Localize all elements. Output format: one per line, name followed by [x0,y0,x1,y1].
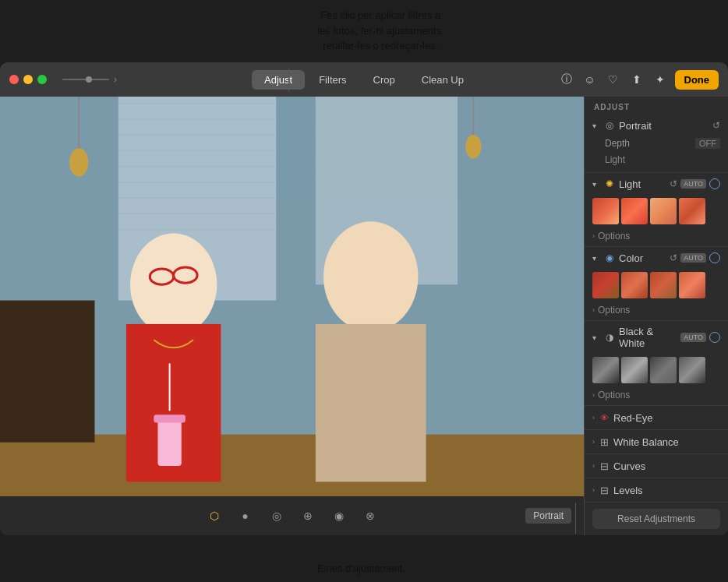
section-header-color[interactable]: ▾ ◉ Color ↺ AUTO [585,247,728,269]
section-header-portrait[interactable]: ▾ ◎ Portrait ↺ [585,115,728,136]
light-thumb-4[interactable] [679,198,705,224]
chevron-light: ▾ [592,180,600,189]
options-label-color: Options [598,305,630,316]
bw-toggle[interactable] [709,332,720,343]
reset-adjustments-button[interactable]: Reset Adjustments [592,509,720,529]
section-light: ▾ ✺ Light ↺ AUTO › [585,173,728,247]
light-options-row[interactable]: › Options [585,229,728,246]
done-button[interactable]: Done [675,70,719,90]
section-white-balance[interactable]: › ⊞ White Balance [585,430,728,454]
annotation-line-top [288,69,289,92]
info-icon[interactable]: ⓘ [558,71,575,88]
portrait-undo[interactable]: ↺ [712,120,720,131]
light-thumb-1[interactable] [592,198,619,224]
svg-rect-32 [0,301,94,443]
bw-auto[interactable]: AUTO [680,333,706,342]
tab-crop[interactable]: Crop [361,70,408,90]
bottom-icon-2[interactable]: ◎ [267,506,286,525]
color-thumb-1[interactable] [592,272,619,298]
close-button[interactable] [9,75,19,84]
portrait-options: Depth OFF Light [585,136,728,172]
more-icon[interactable]: ✦ [652,71,669,88]
depth-value: OFF [695,138,720,149]
maximize-button[interactable] [37,75,47,84]
traffic-lights [9,75,47,84]
color-thumb-3[interactable] [650,272,677,298]
section-header-light[interactable]: ▾ ✺ Light ↺ AUTO [585,173,728,195]
tab-cleanup[interactable]: Clean Up [409,70,476,90]
bottom-icon-4[interactable]: ◉ [330,506,348,525]
tab-bar: Adjust Filters Crop Clean Up [252,70,476,90]
tab-filters[interactable]: Filters [306,70,359,90]
white-balance-label: White Balance [613,436,720,448]
photo-area: ⬡ ● ◎ ⊕ ◉ ⊗ Portrait [0,97,584,535]
bw-options-row[interactable]: › Options [585,388,728,405]
bw-thumb-2[interactable] [621,357,648,383]
section-red-eye[interactable]: › 👁 Red-Eye [585,406,728,430]
color-auto[interactable]: AUTO [680,253,706,263]
share-icon[interactable]: ⬆ [628,71,645,88]
light-icon: ✺ [603,178,616,190]
depth-label: Depth [592,138,695,149]
bottom-icon-0[interactable]: ⬡ [205,506,224,525]
color-thumbs [585,269,728,303]
light-undo[interactable]: ↺ [670,178,677,189]
light-thumb-2[interactable] [621,198,648,224]
svg-rect-28 [154,414,185,422]
levels-label: Levels [613,485,720,496]
bottom-icon-5[interactable]: ⊗ [361,506,380,525]
chevron-color: ▾ [592,254,600,263]
heart-icon[interactable]: ♡ [605,71,622,88]
face-icon[interactable]: ☺ [581,71,599,88]
section-levels[interactable]: › ⊟ Levels [585,478,728,503]
section-header-bw[interactable]: ▾ ◑ Black & White AUTO [585,321,728,354]
color-thumb-2[interactable] [621,272,648,298]
toolbar-right: ⓘ ☺ ♡ ⬆ ✦ Done [558,70,719,90]
photo-svg [0,97,584,496]
bw-thumb-1[interactable] [592,357,619,383]
bw-thumb-3[interactable] [650,357,677,383]
color-toggle[interactable] [709,252,720,263]
titlebar: › Adjust Filters Crop Clean Up ⓘ ☺ ♡ ⬆ ✦… [0,62,728,97]
bw-thumb-4[interactable] [679,357,705,383]
svg-rect-27 [157,418,181,466]
zoom-arrow: › [114,74,117,85]
color-label: Color [619,252,666,264]
color-options-row[interactable]: › Options [585,303,728,320]
options-label-bw: Options [598,390,630,400]
zoom-slider[interactable]: › [62,74,117,85]
color-thumb-4[interactable] [679,272,705,298]
curves-icon: ⊟ [598,460,610,472]
svg-rect-31 [316,324,426,481]
color-undo[interactable]: ↺ [670,252,677,263]
photo-container [0,97,584,496]
depth-row: Depth OFF [592,138,720,149]
photo-bottom-bar: ⬡ ● ◎ ⊕ ◉ ⊗ Portrait [0,496,584,535]
light-thumbs [585,195,728,229]
adjust-panel: ADJUST ▾ ◎ Portrait ↺ Depth OFF [584,97,728,535]
light-label: Light [619,178,666,190]
light-toggle[interactable] [709,178,720,189]
svg-point-23 [465,135,481,158]
bw-icon: ◑ [603,331,616,344]
photo-image [0,97,584,496]
minimize-button[interactable] [23,75,33,84]
red-eye-icon: 👁 [598,411,610,424]
chevron-portrait: ▾ [592,122,600,130]
options-chevron-color: › [592,306,595,314]
light-thumb-3[interactable] [650,198,677,224]
section-portrait: ▾ ◎ Portrait ↺ Depth OFF Light [585,115,728,173]
app-window: › Adjust Filters Crop Clean Up ⓘ ☺ ♡ ⬆ ✦… [0,62,728,535]
svg-point-21 [69,148,88,176]
section-bw: ▾ ◑ Black & White AUTO › Option [585,321,728,406]
bottom-icon-1[interactable]: ● [236,506,255,525]
section-curves[interactable]: › ⊟ Curves [585,454,728,478]
adjust-scroll[interactable]: ▾ ◎ Portrait ↺ Depth OFF Light [585,115,728,503]
bottom-icon-3[interactable]: ⊕ [299,506,317,525]
options-chevron-light: › [592,232,595,240]
tab-adjust[interactable]: Adjust [252,70,305,90]
adjust-panel-header: ADJUST [585,97,728,115]
light-auto[interactable]: AUTO [680,179,706,189]
options-label-light: Options [598,231,630,242]
portrait-icon: ◎ [603,119,616,132]
